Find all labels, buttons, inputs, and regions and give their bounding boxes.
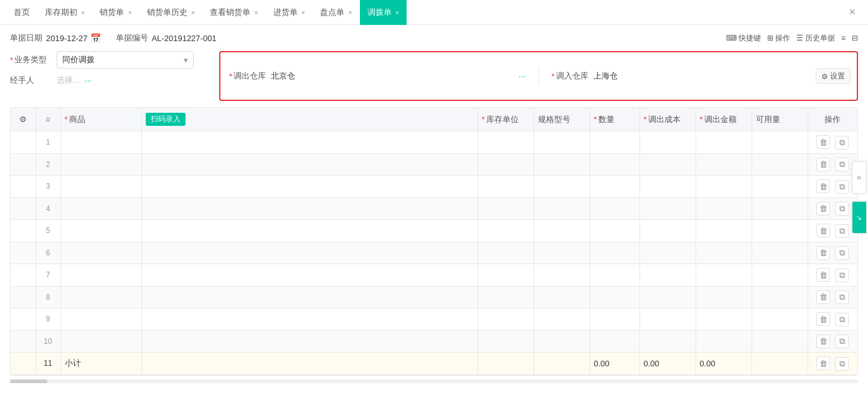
- delete-icon[interactable]: 🗑: [816, 312, 830, 326]
- cell-available-7: [752, 264, 808, 287]
- delete-icon[interactable]: 🗑: [816, 224, 830, 237]
- cell-cost-5[interactable]: [639, 220, 696, 242]
- cell-qty-7[interactable]: [590, 264, 639, 287]
- delete-icon[interactable]: 🗑: [816, 179, 830, 193]
- cell-ops-3: 🗑 ⧉: [808, 176, 857, 198]
- history-btn[interactable]: ☰ 历史单据: [796, 33, 835, 44]
- tab-close-sales-history[interactable]: ×: [191, 9, 195, 16]
- copy-icon[interactable]: ⧉: [835, 313, 849, 326]
- out-warehouse-more-btn[interactable]: ···: [519, 71, 526, 81]
- tab-close-inventory-init[interactable]: ×: [81, 9, 85, 16]
- delete-icon[interactable]: 🗑: [816, 290, 830, 304]
- cell-qty-8[interactable]: [590, 286, 639, 308]
- tab-inventory-check[interactable]: 盘点单 ×: [313, 0, 359, 25]
- scroll-track[interactable]: [10, 379, 858, 383]
- cell-product-10[interactable]: [60, 330, 141, 353]
- tab-close-transfer-order[interactable]: ×: [395, 9, 399, 16]
- business-type-select[interactable]: 同价调拨 ▾: [57, 51, 194, 69]
- copy-icon[interactable]: ⧉: [835, 224, 849, 238]
- tab-close-inventory-check[interactable]: ×: [348, 9, 352, 16]
- cell-unit-9: [478, 308, 534, 331]
- shortcuts-btn[interactable]: ⌨ 快捷键: [726, 33, 761, 44]
- th-spec: 规格型号: [534, 108, 590, 131]
- sidebar-expand-btn[interactable]: ↗: [852, 201, 867, 234]
- person-more-btn[interactable]: ···: [85, 75, 92, 85]
- delete-icon[interactable]: 🗑: [816, 356, 830, 370]
- cell-qty-6[interactable]: [590, 242, 639, 264]
- cell-qty-3[interactable]: [590, 176, 639, 198]
- tab-close-sales-order[interactable]: ×: [128, 9, 131, 16]
- tab-sales-history[interactable]: 销货单历史 ×: [139, 0, 202, 25]
- cell-product-4[interactable]: [60, 198, 141, 220]
- copy-icon[interactable]: ⧉: [835, 269, 849, 282]
- cell-qty-9[interactable]: [590, 308, 639, 331]
- copy-icon[interactable]: ⧉: [835, 202, 849, 216]
- th-settings[interactable]: ⚙: [11, 108, 35, 131]
- tab-close-view-sales[interactable]: ×: [254, 9, 258, 16]
- cell-cost-6[interactable]: [639, 242, 696, 264]
- person-field: 经手人 选择... ···: [10, 75, 209, 86]
- scrollbar[interactable]: [10, 376, 858, 387]
- cell-product-8[interactable]: [60, 286, 141, 308]
- cell-product-2[interactable]: [60, 153, 141, 176]
- cell-qty-10[interactable]: [590, 330, 639, 353]
- delete-icon[interactable]: 🗑: [816, 246, 830, 260]
- tab-purchase-order[interactable]: 进货单 ×: [266, 0, 313, 25]
- cell-cost-1[interactable]: [639, 131, 696, 154]
- cell-cost-10[interactable]: [639, 330, 696, 353]
- cell-cost-2[interactable]: [639, 153, 696, 176]
- cell-product-5[interactable]: [60, 220, 141, 242]
- delete-icon[interactable]: 🗑: [816, 158, 830, 171]
- delete-icon[interactable]: 🗑: [816, 135, 830, 149]
- cell-product-6[interactable]: [60, 242, 141, 264]
- cell-cost-3[interactable]: [639, 176, 696, 198]
- tab-home[interactable]: 首页: [6, 0, 37, 25]
- delete-icon[interactable]: 🗑: [816, 202, 830, 216]
- cell-amount-8[interactable]: [696, 286, 752, 308]
- cell-amount-5[interactable]: [696, 220, 752, 242]
- copy-icon[interactable]: ⧉: [835, 335, 849, 348]
- cell-amount-10[interactable]: [696, 330, 752, 353]
- layout-list-btn[interactable]: ≡: [841, 34, 846, 42]
- copy-icon[interactable]: ⧉: [835, 246, 849, 260]
- cell-product-3[interactable]: [60, 176, 141, 198]
- cell-amount-4[interactable]: [696, 198, 752, 220]
- cell-product-7[interactable]: [60, 264, 141, 287]
- cell-amount-9[interactable]: [696, 308, 752, 331]
- operations-btn[interactable]: ⊞ 操作: [767, 33, 790, 44]
- cell-amount-1[interactable]: [696, 131, 752, 154]
- th-scan[interactable]: 扫码录入: [141, 108, 478, 131]
- delete-icon[interactable]: 🗑: [816, 335, 830, 348]
- cell-amount-6[interactable]: [696, 242, 752, 264]
- cell-cost-9[interactable]: [639, 308, 696, 331]
- cell-amount-3[interactable]: [696, 176, 752, 198]
- person-select[interactable]: 选择...: [57, 75, 80, 86]
- copy-icon[interactable]: ⧉: [835, 158, 849, 171]
- cell-cost-8[interactable]: [639, 286, 696, 308]
- cell-qty-1[interactable]: [590, 131, 639, 154]
- scan-btn[interactable]: 扫码录入: [146, 113, 186, 126]
- warehouse-settings-btn[interactable]: ⚙ 设置: [816, 69, 851, 84]
- scroll-thumb[interactable]: [10, 379, 47, 383]
- copy-icon[interactable]: ⧉: [835, 290, 849, 304]
- tab-sales-order[interactable]: 销货单 ×: [92, 0, 139, 25]
- cell-qty-5[interactable]: [590, 220, 639, 242]
- copy-icon[interactable]: ⧉: [835, 357, 849, 371]
- cell-qty-2[interactable]: [590, 153, 639, 176]
- copy-icon[interactable]: ⧉: [835, 180, 849, 194]
- sidebar-doc-btn[interactable]: ≡: [852, 161, 867, 194]
- cell-cost-7[interactable]: [639, 264, 696, 287]
- tab-close-purchase-order[interactable]: ×: [301, 9, 305, 16]
- cell-amount-2[interactable]: [696, 153, 752, 176]
- calendar-icon[interactable]: 📅: [90, 33, 101, 43]
- tab-view-sales[interactable]: 查看销货单 ×: [202, 0, 265, 25]
- cell-product-9[interactable]: [60, 308, 141, 331]
- tab-transfer-order[interactable]: 调拨单 ×: [360, 0, 407, 25]
- delete-icon[interactable]: 🗑: [816, 268, 830, 282]
- cell-product-1[interactable]: [60, 131, 141, 154]
- cell-cost-4[interactable]: [639, 198, 696, 220]
- cell-qty-4[interactable]: [590, 198, 639, 220]
- cell-amount-7[interactable]: [696, 264, 752, 287]
- copy-icon[interactable]: ⧉: [835, 136, 849, 150]
- tab-inventory-init[interactable]: 库存期初 ×: [37, 0, 92, 25]
